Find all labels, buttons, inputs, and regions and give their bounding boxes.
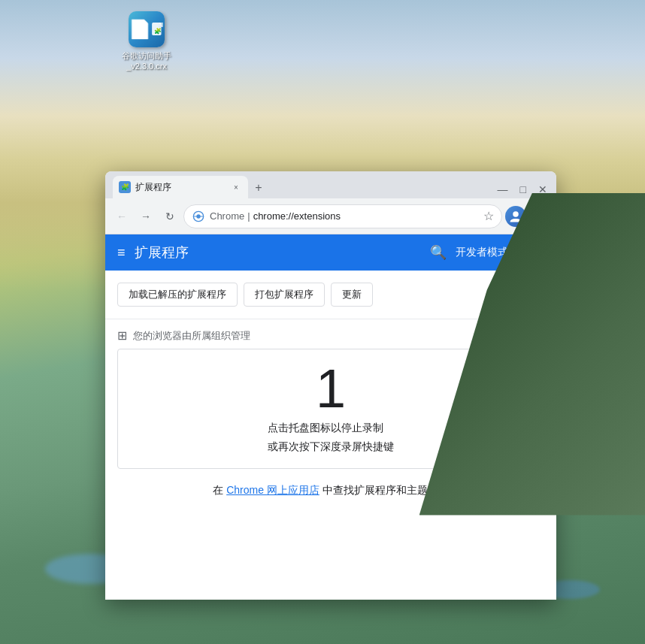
recording-text: 点击托盘图标以停止录制 或再次按下深度录屏快捷键	[268, 419, 394, 456]
dev-mode-label: 开发者模式	[456, 246, 508, 259]
new-tab-button[interactable]: +	[248, 177, 269, 198]
svg-text:🧩: 🧩	[154, 27, 162, 35]
desktop: 🧩 谷歌访问助手 _v2.3.0.crx 🧩 扩展程序 × +	[0, 0, 645, 644]
recording-countdown: 1	[316, 361, 346, 416]
extensions-page-title: 扩展程序	[135, 243, 189, 262]
crx-file-icon: 🧩	[151, 16, 165, 43]
dev-mode-toggle[interactable]	[517, 245, 544, 260]
header-actions: 🔍 开发者模式	[430, 244, 544, 261]
toolbar-actions: ⋮	[505, 206, 550, 227]
pack-extension-button[interactable]: 打包扩展程序	[244, 283, 325, 307]
address-text: Chrome | chrome://extensions	[210, 210, 341, 222]
address-bar[interactable]: Chrome | chrome://extensions ☆	[183, 204, 502, 228]
tab-close-button[interactable]: ×	[230, 181, 242, 193]
tab-extensions[interactable]: 🧩 扩展程序 ×	[113, 176, 248, 198]
profile-button[interactable]	[505, 206, 526, 227]
svg-point-6	[513, 211, 519, 217]
address-path: chrome://extensions	[253, 210, 341, 222]
desktop-icon-label: 谷歌访问助手 _v2.3.0.crx	[122, 50, 171, 72]
extensions-header: ≡ 扩展程序 🔍 开发者模式	[105, 234, 556, 271]
search-icon[interactable]: 🔍	[430, 244, 447, 261]
org-managed-text: 您的浏览器由所属组织管理	[133, 329, 250, 343]
store-link-suffix: 中查找扩展程序和主题背景	[322, 484, 449, 496]
window-controls: — □ ✕	[489, 183, 556, 198]
hamburger-menu-icon[interactable]: ≡	[117, 245, 126, 261]
action-buttons-row: 加载已解压的扩展程序 打包扩展程序 更新	[105, 271, 556, 319]
extensions-content: 加载已解压的扩展程序 打包扩展程序 更新 ⊞ 您的浏览器由所属组织管理 1 点击…	[105, 271, 556, 600]
browser-window: 🧩 扩展程序 × + — □ ✕ ← → ↻	[105, 171, 556, 600]
store-link-area: 在 Chrome 网上应用店 中查找扩展程序和主题背景	[105, 469, 556, 512]
browser-toolbar: ← → ↻ Chrome | chrome://extensions	[105, 198, 556, 234]
chrome-menu-button[interactable]: ⋮	[529, 206, 550, 227]
grid-icon: ⊞	[117, 328, 127, 343]
back-button[interactable]: ←	[111, 206, 132, 227]
site-icon	[192, 210, 205, 223]
org-managed-banner: ⊞ 您的浏览器由所属组织管理	[117, 328, 544, 343]
store-link-prefix: 在	[213, 484, 226, 496]
svg-rect-2	[159, 23, 163, 27]
desktop-icon-image: 🧩	[129, 11, 165, 47]
update-button[interactable]: 更新	[331, 283, 373, 307]
address-actions: ☆	[483, 209, 494, 223]
desktop-icon-crx[interactable]: 🧩 谷歌访问助手 _v2.3.0.crx	[117, 11, 177, 72]
chrome-store-link[interactable]: Chrome 网上应用店	[226, 484, 319, 496]
close-button[interactable]: ✕	[538, 183, 547, 195]
recording-overlay: 1 点击托盘图标以停止录制 或再次按下深度录屏快捷键	[117, 349, 544, 469]
title-bar: 🧩 扩展程序 × + — □ ✕	[105, 171, 556, 198]
tab-icon: 🧩	[119, 181, 131, 193]
maximize-button[interactable]: □	[520, 183, 526, 195]
puzzle-icon: 🧩	[121, 183, 129, 191]
tab-area: 🧩 扩展程序 × +	[105, 171, 489, 198]
address-separator: |	[247, 210, 250, 222]
forward-button[interactable]: →	[135, 206, 156, 227]
refresh-button[interactable]: ↻	[159, 206, 180, 227]
address-brand: Chrome	[210, 210, 244, 222]
bookmark-icon[interactable]: ☆	[483, 209, 494, 223]
load-unpacked-button[interactable]: 加载已解压的扩展程序	[117, 283, 238, 307]
minimize-button[interactable]: —	[498, 183, 508, 195]
tab-title: 扩展程序	[135, 181, 226, 194]
